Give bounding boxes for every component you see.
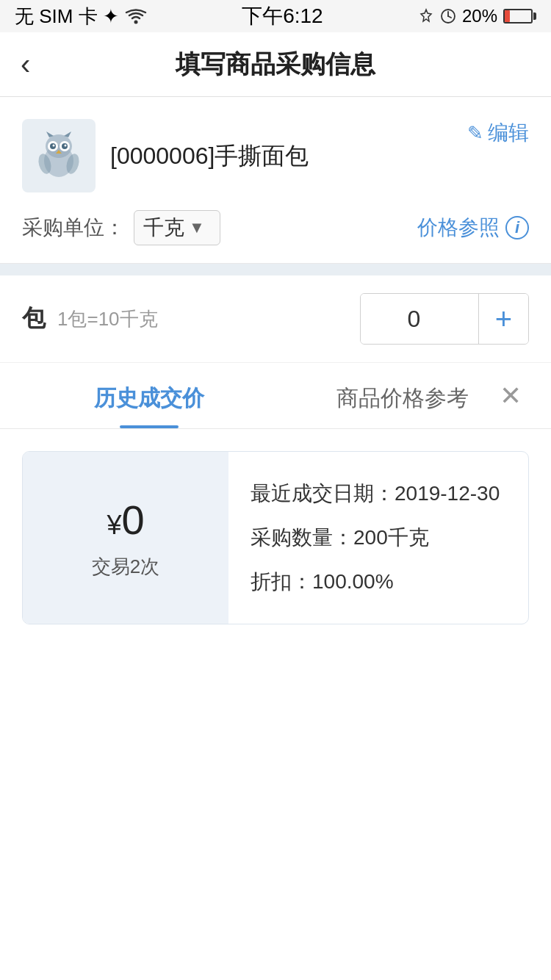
- tab-bar: 历史成交价 商品价格参考 ✕: [0, 363, 551, 429]
- svg-line-3: [448, 16, 451, 18]
- clock-icon: [440, 8, 456, 24]
- status-right: 20%: [418, 6, 536, 26]
- price-amount: ¥0: [107, 496, 144, 544]
- sim-label: 无 SIM 卡 ✦: [15, 4, 119, 29]
- unit-selector[interactable]: 千克 ▼: [134, 210, 220, 245]
- qty-label-group: 包 1包=10千克: [22, 303, 158, 335]
- qty-input[interactable]: [361, 294, 478, 344]
- product-name: [0000006]手撕面包: [110, 140, 309, 173]
- qty-unit-badge: 包: [22, 303, 46, 335]
- product-left: [0000006]手撕面包: [22, 119, 309, 192]
- unit-dropdown-arrow: ▼: [189, 218, 205, 237]
- page-title: 填写商品采购信息: [176, 48, 375, 82]
- edit-icon: ✎: [467, 122, 483, 145]
- qty-plus-button[interactable]: +: [478, 294, 528, 344]
- price-card-right: 最近成交日期：2019-12-30 采购数量：200千克 折扣：100.00%: [228, 452, 528, 624]
- unit-label: 采购单位：: [22, 214, 125, 242]
- price-card-left: ¥0 交易2次: [23, 452, 228, 624]
- tab-history-price[interactable]: 历史成交价: [22, 363, 276, 428]
- price-content: ¥0 交易2次 最近成交日期：2019-12-30 采购数量：200千克 折扣：…: [0, 429, 551, 646]
- wifi-icon: [125, 8, 147, 24]
- svg-point-0: [134, 21, 137, 24]
- unit-row: 采购单位： 千克 ▼: [22, 210, 220, 245]
- separator: [0, 264, 551, 275]
- price-detail-discount: 折扣：100.00%: [251, 566, 506, 597]
- qty-conversion: 1包=10千克: [57, 306, 158, 332]
- product-card: [0000006]手撕面包 ✎ 编辑 采购单位： 千克 ▼ 价格参照 i: [0, 97, 551, 264]
- qty-input-group[interactable]: +: [360, 293, 529, 345]
- battery-percent: 20%: [462, 6, 497, 26]
- price-detail-qty: 采购数量：200千克: [251, 522, 506, 553]
- status-bar: 无 SIM 卡 ✦ 下午6:12 20%: [0, 0, 551, 32]
- nav-bar: ‹ 填写商品采购信息: [0, 32, 551, 97]
- price-card: ¥0 交易2次 最近成交日期：2019-12-30 采购数量：200千克 折扣：…: [22, 451, 529, 624]
- price-panel: 历史成交价 商品价格参考 ✕ ¥0 交易2次 最近成交日期：2019-12-30…: [0, 363, 551, 646]
- tab-product-price-ref[interactable]: 商品价格参考: [276, 363, 529, 428]
- battery-icon: [503, 9, 536, 24]
- product-image: [22, 119, 96, 192]
- status-left: 无 SIM 卡 ✦: [15, 4, 147, 29]
- product-owl-icon: [33, 130, 84, 181]
- price-trades: 交易2次: [92, 554, 159, 580]
- price-detail-date: 最近成交日期：2019-12-30: [251, 478, 506, 509]
- tab-close-button[interactable]: ✕: [492, 373, 529, 419]
- quantity-row: 包 1包=10千克 +: [0, 275, 551, 363]
- help-icon: i: [505, 216, 529, 239]
- back-button[interactable]: ‹: [21, 48, 30, 81]
- svg-point-12: [53, 145, 55, 147]
- product-header: [0000006]手撕面包 ✎ 编辑: [22, 119, 529, 192]
- edit-button[interactable]: ✎ 编辑: [467, 119, 529, 147]
- price-ref-button[interactable]: 价格参照 i: [417, 214, 529, 242]
- product-footer: 采购单位： 千克 ▼ 价格参照 i: [22, 210, 529, 245]
- svg-point-13: [65, 145, 67, 147]
- location-icon: [418, 8, 434, 24]
- main-content-area: [0, 646, 551, 980]
- status-time: 下午6:12: [242, 2, 323, 30]
